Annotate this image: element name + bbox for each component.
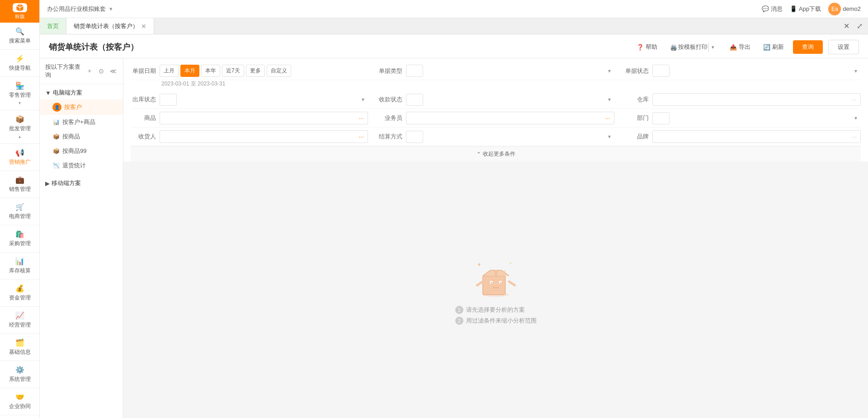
tab-close-icon[interactable]: ✕ <box>141 23 146 29</box>
chart-icon: 📊 <box>52 119 60 126</box>
chart2-icon: 📉 <box>52 162 60 169</box>
avatar-text: Ea <box>831 6 838 12</box>
sidebar-item-finance[interactable]: 💰 资金管理 <box>0 280 39 307</box>
print-button[interactable]: 🖨️ 按模板打印 ▾ <box>666 41 721 54</box>
collapse-scheme-button[interactable]: ≪ <box>108 66 118 76</box>
basic-icon: 🗂️ <box>15 338 24 347</box>
sidebar-item-system[interactable]: ⚙️ 系统管理 <box>0 361 39 388</box>
app-download-button[interactable]: 📱 App下载 <box>790 5 821 13</box>
sidebar-item-label: 销售管理 <box>9 185 31 193</box>
goods-input[interactable]: ··· <box>160 112 368 124</box>
sidebar-item-marketing[interactable]: 📢 营销推广 <box>0 144 39 171</box>
sidebar-item-purchase[interactable]: 🛍️ 采购管理 <box>0 225 39 252</box>
sidebar-item-label: 采购管理 <box>9 240 31 247</box>
receiver-input[interactable]: ··· <box>160 130 368 143</box>
user-name: demo2 <box>843 5 861 12</box>
warehouse-input[interactable]: ··· <box>652 93 861 106</box>
sidebar-item-enterprise[interactable]: 🤝 企业协同 <box>0 388 39 415</box>
tab-home-label: 首页 <box>47 22 59 30</box>
filter-cell-brand: 品牌 ··· <box>623 130 861 143</box>
receiver-label: 收货人 <box>131 133 156 141</box>
tab-home[interactable]: 首页 <box>40 18 66 34</box>
goods-label: 商品 <box>131 114 156 122</box>
date-custom-btn[interactable]: 自定义 <box>267 65 291 77</box>
add-scheme-button[interactable]: ＋ <box>85 66 94 76</box>
scheme-group-mobile-header[interactable]: ▶ 移动端方案 <box>40 176 123 190</box>
sidebar-item-tutorial[interactable]: 🎓 新手引导 <box>0 415 39 418</box>
sidebar-item-sales[interactable]: 💼 销售管理 <box>0 171 39 198</box>
goods-dots: ··· <box>359 114 364 122</box>
scheme-group-desktop-header[interactable]: ▼ 电脑端方案 <box>40 86 123 100</box>
scheme-item-returns[interactable]: 📉 退货统计 <box>40 158 123 173</box>
print-icon: 🖨️ <box>670 44 677 51</box>
order-type-select[interactable] <box>406 65 423 77</box>
date-this-month-btn[interactable]: 本月 <box>180 65 199 77</box>
page-header: 销货单统计表（按客户） ❓ 帮助 🖨️ 按模板打印 ▾ 📤 导出 🔄 刷新 <box>40 34 868 58</box>
refresh-button[interactable]: 🔄 刷新 <box>760 41 788 53</box>
sidebar-item-quicknav[interactable]: ⚡ 快捷导航 <box>0 50 39 77</box>
date-last-month-btn[interactable]: 上月 <box>160 65 179 77</box>
sidebar-item-search[interactable]: 🔍 搜索菜单 <box>0 23 39 50</box>
date-this-year-btn[interactable]: 本年 <box>201 65 220 77</box>
avatar[interactable]: Ea <box>828 3 841 15</box>
sidebar-item-label: 系统管理 <box>9 375 31 383</box>
chevron-down-icon[interactable]: ▾ <box>109 5 113 12</box>
active-indicator: 👤 <box>52 103 61 112</box>
out-status-label: 出库状态 <box>131 95 156 104</box>
department-select[interactable] <box>652 112 670 124</box>
scheme-panel-header: 按以下方案查询 ＋ ⊙ ≪ <box>40 58 123 84</box>
collapse-bar[interactable]: ⌃ 收起更多条件 <box>131 146 861 162</box>
receipt-status-select[interactable] <box>406 94 423 106</box>
header-left: 办公用品行业模拟账套 ▾ <box>47 5 113 13</box>
tab-close-window-icon[interactable]: ✕ <box>842 20 851 32</box>
sidebar-item-inventory[interactable]: 📊 库存核算 <box>0 252 39 280</box>
date-last-7-days-btn[interactable]: 近7天 <box>222 65 244 77</box>
settlement-select[interactable] <box>406 131 423 143</box>
sidebar-item-retail[interactable]: 🏪 零售管理 ▾ <box>0 77 39 110</box>
tab-expand-icon[interactable]: ⤢ <box>855 20 864 32</box>
help-button[interactable]: ❓ 帮助 <box>633 41 661 53</box>
app-download-label: App下载 <box>799 5 821 13</box>
tab-sales-stats[interactable]: 销货单统计表（按客户） ✕ <box>66 18 154 34</box>
export-button[interactable]: 📤 导出 <box>726 41 754 53</box>
salesman-label: 业务员 <box>377 114 402 122</box>
sidebar-item-operations[interactable]: 📈 经营管理 <box>0 307 39 334</box>
brand-label: 品牌 <box>623 133 649 141</box>
query-button[interactable]: 查询 <box>793 40 823 54</box>
inventory-icon: 📊 <box>15 257 24 266</box>
app-logo[interactable]: 标版 <box>0 0 39 23</box>
out-status-select[interactable] <box>160 94 177 106</box>
svg-point-6 <box>500 282 501 283</box>
order-type-select-wrapper <box>406 65 614 77</box>
chevron-up-icon: ⌃ <box>476 151 481 157</box>
chevron-down-icon[interactable]: ▾ <box>708 43 717 52</box>
tab-sales-stats-label: 销货单统计表（按客户） <box>74 22 138 30</box>
page-title: 销货单统计表（按客户） <box>49 42 138 52</box>
brand-input[interactable]: ··· <box>652 130 861 143</box>
order-type-label: 单据类型 <box>377 67 402 75</box>
sidebar-item-ecommerce[interactable]: 🛒 电商管理 <box>0 198 39 225</box>
filter-cell-out-status: 出库状态 <box>131 93 368 106</box>
filter-cell-order-type: 单据类型 <box>377 65 614 77</box>
scheme-item-by-goods-99[interactable]: 📦 按商品99 <box>40 144 123 158</box>
scheme-item-by-customer[interactable]: 👤 按客户 <box>40 100 123 115</box>
salesman-input[interactable]: ··· <box>406 112 614 124</box>
order-status-select[interactable] <box>652 65 670 77</box>
sidebar-item-label: 经营管理 <box>9 321 31 329</box>
sidebar-item-wholesale[interactable]: 📦 批发管理 ▴ <box>0 110 39 144</box>
wholesale-icon: 📦 <box>15 115 24 124</box>
scheme-item-by-goods[interactable]: 📦 按商品 <box>40 129 123 144</box>
date-more-btn[interactable]: 更多 <box>246 65 265 77</box>
message-button[interactable]: 💬 消息 <box>762 5 783 13</box>
scheme-item-label: 退货统计 <box>62 162 86 170</box>
brand-dots: ··· <box>851 133 857 140</box>
top-header: 办公用品行业模拟账套 ▾ 💬 消息 📱 App下载 Ea demo2 <box>40 0 868 18</box>
settings-button[interactable]: 设置 <box>828 40 859 54</box>
edit-scheme-button[interactable]: ⊙ <box>97 66 106 76</box>
filter-cell-warehouse: 仓库 ··· <box>623 93 861 106</box>
scheme-item-by-customer-goods[interactable]: 📊 按客户+商品 <box>40 115 123 129</box>
user-profile[interactable]: Ea demo2 <box>828 3 861 15</box>
sidebar-item-basic[interactable]: 🗂️ 基础信息 <box>0 334 39 361</box>
tip-num-2: 2 <box>455 317 463 325</box>
out-status-select-wrapper <box>160 94 368 106</box>
